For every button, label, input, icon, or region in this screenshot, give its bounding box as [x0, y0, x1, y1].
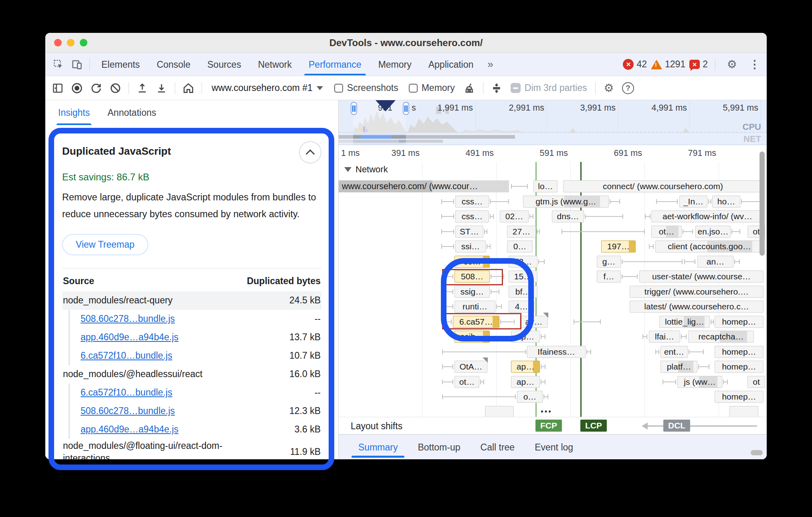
network-request[interactable]: ssi…: [455, 240, 486, 252]
network-request[interactable]: ay…: [520, 316, 548, 328]
clear-icon[interactable]: [106, 79, 125, 97]
network-request[interactable]: ent…: [661, 346, 688, 358]
reload-record-icon[interactable]: [87, 79, 105, 97]
overflow-ellipsis[interactable]: …: [540, 402, 553, 415]
collapse-insight-button[interactable]: [299, 141, 321, 164]
script-link[interactable]: app.460d9e…a94b4e.js: [81, 331, 178, 343]
selection-left-handle[interactable]: [351, 102, 357, 115]
device-toolbar-icon[interactable]: [68, 55, 86, 74]
home-icon[interactable]: [179, 79, 198, 97]
network-request[interactable]: homep…: [715, 361, 764, 373]
tab-performance[interactable]: Performance: [300, 54, 370, 75]
network-request[interactable]: user-state/ (www.course…: [639, 271, 764, 283]
timeline-overview[interactable]: NET 991 s 1,991 ms2,991 ms3,991 ms4,991 …: [339, 100, 767, 145]
dim-3rd-parties-toggle[interactable]: Dim 3rd parties: [507, 83, 591, 93]
network-request[interactable]: gtm.js (www.g…: [523, 196, 609, 208]
selection-right-handle[interactable]: [403, 102, 409, 115]
network-request[interactable]: ssig…: [454, 286, 490, 298]
network-request[interactable]: latest/ (www.coursehero.c…: [630, 301, 764, 313]
tab-elements[interactable]: Elements: [93, 54, 148, 75]
issues-count-badge[interactable]: ✕ 2: [689, 59, 708, 70]
bottom-tab-bottom-up[interactable]: Bottom-up: [408, 435, 470, 459]
network-request[interactable]: d3…: [509, 256, 537, 268]
script-link[interactable]: 508.60c278…bundle.js: [81, 405, 175, 417]
vertical-scrollbar-thumb[interactable]: [759, 151, 765, 256]
network-request[interactable]: client (accounts.goo…: [655, 240, 764, 252]
record-icon[interactable]: [68, 79, 86, 97]
settings-gear-icon[interactable]: ⚙: [723, 55, 741, 74]
network-request[interactable]: css…: [455, 196, 489, 208]
network-request[interactable]: 0…: [507, 240, 533, 252]
script-link[interactable]: 6.ca572f10…bundle.js: [81, 386, 172, 399]
network-request[interactable]: homep…: [715, 346, 764, 358]
network-request[interactable]: js (ww…: [677, 376, 722, 388]
table-row-script[interactable]: 508.60c278…bundle.js12.3 kB: [62, 402, 321, 420]
network-request[interactable]: ot…: [651, 226, 682, 238]
network-request[interactable]: 02…: [500, 210, 529, 222]
screenshots-checkbox[interactable]: Screenshots: [329, 83, 403, 93]
network-request[interactable]: an…: [697, 256, 733, 268]
view-treemap-button[interactable]: View Treemap: [62, 234, 148, 255]
network-request[interactable]: _In…: [679, 196, 707, 208]
network-request[interactable]: lo…: [533, 180, 557, 192]
network-request[interactable]: ap…: [511, 331, 540, 343]
kebab-menu-icon[interactable]: ⋮: [745, 58, 764, 71]
tab-sources[interactable]: Sources: [199, 54, 249, 75]
network-request[interactable]: recaptcha…: [688, 331, 754, 343]
tab-console[interactable]: Console: [148, 54, 199, 75]
network-request[interactable]: dns…: [552, 210, 584, 222]
toggle-sidebar-icon[interactable]: [48, 79, 67, 97]
upload-profile-icon[interactable]: [133, 79, 151, 97]
lcp-badge[interactable]: LCP: [580, 420, 607, 432]
more-tabs-icon[interactable]: »: [482, 58, 498, 71]
network-request[interactable]: ot: [747, 376, 765, 388]
network-request[interactable]: homep…: [715, 391, 764, 403]
inspect-element-icon[interactable]: [49, 55, 68, 74]
network-request[interactable]: Ifainess…: [527, 346, 586, 358]
network-request[interactable]: ssib…: [454, 331, 490, 343]
bottom-tab-event-log[interactable]: Event log: [525, 435, 583, 459]
network-request[interactable]: 4…: [509, 301, 534, 313]
help-icon[interactable]: ?: [619, 79, 637, 97]
network-request[interactable]: 6.ca57…: [453, 316, 499, 328]
network-request[interactable]: ap…: [511, 376, 540, 388]
table-row-script[interactable]: app.460d9e…a94b4e.js3.6 kB: [62, 420, 321, 439]
dcl-badge[interactable]: DCL: [663, 420, 690, 432]
network-request[interactable]: aet-workflow-info/ (wv…: [651, 210, 764, 222]
network-request[interactable]: ST…: [455, 226, 483, 238]
collapse-tracks-icon[interactable]: [487, 79, 506, 97]
tab-application[interactable]: Application: [420, 54, 482, 75]
table-row-script[interactable]: 6.ca572f10…bundle.js--: [62, 384, 321, 402]
network-request[interactable]: lottie_lig…: [659, 316, 710, 328]
capture-settings-gear-icon[interactable]: ⚙: [600, 79, 618, 97]
fcp-badge[interactable]: FCP: [535, 420, 562, 432]
network-request[interactable]: www.coursehero.com/ (www.cour…: [339, 180, 509, 192]
network-request[interactable]: trigger/ (www.coursehero.…: [630, 286, 764, 298]
bottom-tab-summary[interactable]: Summary: [348, 435, 408, 459]
table-row-script[interactable]: app.460d9e…a94b4e.js13.7 kB: [62, 328, 321, 347]
network-request[interactable]: g…: [597, 256, 621, 268]
network-request[interactable]: 27…: [507, 226, 536, 238]
garbage-collect-icon[interactable]: [461, 79, 479, 97]
memory-checkbox[interactable]: Memory: [404, 83, 460, 93]
network-track-header[interactable]: Network: [339, 162, 767, 177]
network-request[interactable]: [485, 406, 514, 417]
tab-memory[interactable]: Memory: [370, 54, 420, 75]
script-link[interactable]: 6.ca572f10…bundle.js: [81, 349, 172, 362]
network-request[interactable]: 508…: [454, 271, 490, 283]
error-count-badge[interactable]: ✕ 42: [623, 59, 647, 70]
network-request[interactable]: co…: [454, 256, 490, 268]
bottom-tab-call-tree[interactable]: Call tree: [471, 435, 525, 459]
network-request[interactable]: connect/ (www.coursehero.com): [563, 180, 763, 192]
network-request[interactable]: css…: [455, 210, 489, 222]
network-request[interactable]: OtA…: [454, 361, 487, 373]
network-request[interactable]: ap…: [511, 361, 540, 373]
network-request[interactable]: bf…: [509, 286, 537, 298]
sidebar-tab-insights[interactable]: Insights: [58, 100, 90, 125]
scrollbar-corner-thumb[interactable]: [751, 450, 763, 455]
script-link[interactable]: 508.60c278…bundle.js: [81, 313, 175, 325]
network-request[interactable]: 197…: [601, 240, 636, 252]
network-request[interactable]: runti…: [454, 301, 495, 313]
table-row-script[interactable]: 508.60c278…bundle.js--: [62, 310, 321, 328]
network-request[interactable]: platf…: [661, 361, 697, 373]
